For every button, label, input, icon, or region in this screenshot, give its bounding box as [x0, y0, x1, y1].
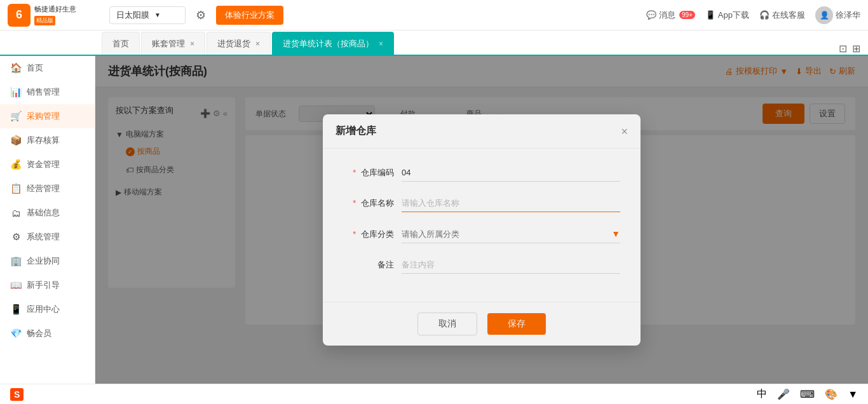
service-label: 在线客服	[772, 10, 805, 21]
dialog-footer: 取消 保存	[323, 302, 641, 346]
category-dropdown-icon[interactable]: ▼	[611, 229, 620, 239]
sidebar-item-enterprise[interactable]: 🏢 企业协同	[0, 249, 95, 273]
sidebar-item-inventory-label: 库存核算	[27, 135, 60, 146]
apps-icon: 📱	[10, 304, 22, 315]
sidebar-item-guide[interactable]: 📖 新手引导	[0, 273, 95, 297]
app-download-item[interactable]: 📱 App下载	[705, 10, 749, 21]
purchase-icon: 🛒	[10, 111, 22, 122]
finance-icon: 💰	[10, 159, 22, 170]
sidebar-item-finance[interactable]: 💰 资金管理	[0, 152, 95, 177]
header-right-area: 💬 消息 99+ 📱 App下载 🎧 在线客服 👤 徐泽华	[646, 6, 860, 24]
guide-icon: 📖	[10, 279, 22, 291]
form-row-notes: 备注	[343, 256, 620, 274]
tab-controls: ⊡ ⊞	[836, 43, 868, 55]
dialog-close-button[interactable]: ×	[621, 126, 628, 137]
app-badge: 精品版	[34, 16, 55, 25]
sidebar-item-sales[interactable]: 📊 销售管理	[0, 80, 95, 104]
palette-icon[interactable]: 🎨	[825, 388, 837, 400]
user-area[interactable]: 👤 徐泽华	[815, 6, 860, 24]
tab-restore-button[interactable]: ⊡	[836, 43, 850, 55]
vip-icon: 💎	[10, 328, 22, 339]
message-item[interactable]: 💬 消息 99+	[646, 10, 695, 21]
form-row-name: * 仓库名称	[343, 194, 620, 212]
tab-home-label: 首页	[112, 38, 129, 50]
form-row-category: * 仓库分类 ▼	[343, 225, 620, 243]
sidebar-item-system[interactable]: ⚙ 系统管理	[0, 225, 95, 249]
tab-fullscreen-button[interactable]: ⊞	[850, 43, 863, 55]
code-input[interactable]	[402, 164, 620, 182]
sidebar-item-base-label: 基础信息	[27, 207, 60, 219]
dialog-header: 新增仓库 ×	[323, 114, 641, 149]
new-warehouse-dialog: 新增仓库 × * 仓库编码 *	[323, 114, 641, 346]
inventory-icon: 📦	[10, 135, 22, 146]
sidebar-item-enterprise-label: 企业协同	[27, 255, 60, 267]
tab-home[interactable]: 首页	[102, 32, 140, 55]
sidebar-item-vip-label: 畅会员	[27, 328, 51, 339]
sidebar-item-finance-label: 资金管理	[27, 159, 60, 170]
mic-icon[interactable]: 🎤	[777, 388, 790, 400]
store-dropdown-arrow: ▼	[154, 11, 161, 18]
cancel-button[interactable]: 取消	[417, 313, 477, 335]
content-area: 进货单统计(按商品) 🖨 按模板打印 ▼ ⬇ 导出 ↻ 刷新	[95, 56, 868, 404]
tab-purchase-stats-label: 进货单统计表（按商品）	[283, 38, 374, 50]
logo-area: 6 畅捷通好生意 精品版	[8, 4, 103, 27]
user-avatar: 👤	[815, 6, 833, 24]
tab-account[interactable]: 账套管理 ×	[141, 32, 205, 55]
code-label: * 仓库编码	[343, 167, 394, 178]
app-download-icon: 📱	[705, 10, 715, 20]
store-selector[interactable]: 日太阳膜 ▼	[109, 6, 186, 24]
sidebar-item-vip[interactable]: 💎 畅会员	[0, 321, 95, 346]
main-layout: 🏠 首页 📊 销售管理 🛒 采购管理 📦 库存核算 💰 资金管理 📋 经营管理 …	[0, 56, 868, 404]
tab-purchase-return[interactable]: 进货退货 ×	[207, 32, 271, 55]
sidebar-item-inventory[interactable]: 📦 库存核算	[0, 128, 95, 152]
system-icon: ⚙	[10, 231, 22, 243]
home-icon: 🏠	[10, 62, 22, 74]
category-input[interactable]	[402, 229, 611, 239]
sidebar-item-base[interactable]: 🗂 基础信息	[0, 201, 95, 225]
notes-input[interactable]	[402, 256, 620, 274]
sidebar: 🏠 首页 📊 销售管理 🛒 采购管理 📦 库存核算 💰 资金管理 📋 经营管理 …	[0, 56, 95, 404]
sales-icon: 📊	[10, 86, 22, 98]
experience-button[interactable]: 体验行业方案	[216, 6, 283, 25]
app-name: 畅捷通好生意	[34, 4, 76, 14]
code-required-star: *	[353, 168, 356, 177]
form-row-code: * 仓库编码	[343, 164, 620, 182]
tab-purchase-return-label: 进货退货	[217, 38, 250, 50]
notes-label: 备注	[343, 259, 394, 271]
online-service-item[interactable]: 🎧 在线客服	[759, 10, 805, 21]
top-header: 6 畅捷通好生意 精品版 日太阳膜 ▼ ⚙ 体验行业方案 💬 消息 99+ 📱 …	[0, 0, 868, 30]
chinese-input-icon[interactable]: 中	[757, 387, 767, 401]
tab-purchase-stats-close[interactable]: ×	[379, 39, 383, 48]
category-required-star: *	[353, 229, 356, 239]
sidebar-item-system-label: 系统管理	[27, 231, 60, 243]
name-required-star: *	[353, 198, 356, 208]
category-label: * 仓库分类	[343, 229, 394, 240]
status-bar: S 中 🎤 ⌨ 🎨 ▼	[0, 384, 868, 404]
dialog-body: * 仓库编码 * 仓库名称	[323, 149, 641, 302]
dialog-title: 新增仓库	[336, 125, 376, 138]
settings-gear-button[interactable]: ⚙	[191, 5, 211, 25]
headset-icon: 🎧	[759, 10, 770, 20]
tab-purchase-return-close[interactable]: ×	[255, 39, 260, 48]
tab-account-close[interactable]: ×	[190, 39, 194, 48]
sidebar-item-home[interactable]: 🏠 首页	[0, 56, 95, 80]
tab-purchase-stats[interactable]: 进货单统计表（按商品） ×	[272, 32, 394, 55]
base-info-icon: 🗂	[10, 207, 22, 219]
sidebar-item-operations-label: 经营管理	[27, 183, 60, 194]
more-icon[interactable]: ▼	[848, 389, 858, 400]
keyboard-icon[interactable]: ⌨	[800, 388, 815, 400]
save-button[interactable]: 保存	[487, 313, 546, 335]
message-badge: 99+	[679, 11, 695, 19]
sidebar-item-guide-label: 新手引导	[27, 279, 60, 291]
sidebar-item-operations[interactable]: 📋 经营管理	[0, 177, 95, 201]
app-logo-icon: 6	[8, 4, 31, 27]
sidebar-item-purchase[interactable]: 🛒 采购管理	[0, 104, 95, 128]
name-input[interactable]	[402, 194, 620, 212]
tab-bar: 首页 账套管理 × 进货退货 × 进货单统计表（按商品） × ⊡ ⊞	[0, 30, 868, 56]
brand-logo: S	[10, 388, 24, 401]
sidebar-item-home-label: 首页	[27, 62, 43, 74]
category-select-wrapper: ▼	[402, 225, 620, 243]
message-label: 消息	[659, 10, 675, 21]
name-label: * 仓库名称	[343, 198, 394, 209]
sidebar-item-apps[interactable]: 📱 应用中心	[0, 297, 95, 321]
